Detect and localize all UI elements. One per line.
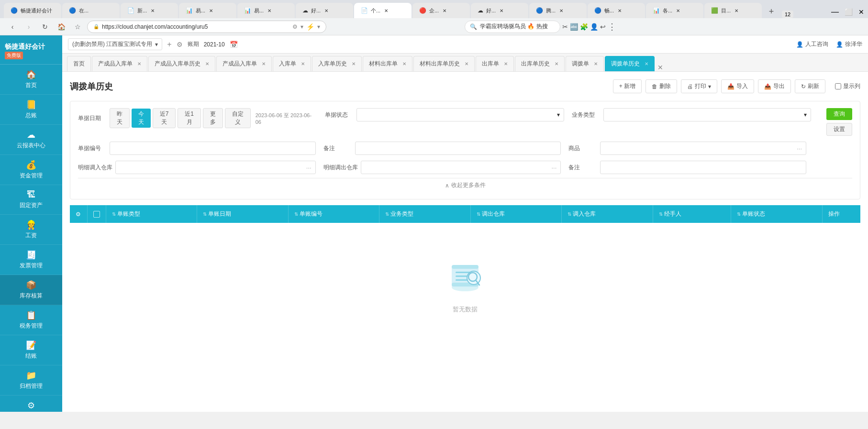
sidebar-item-inventory[interactable]: 📦 库存核算 xyxy=(0,275,62,305)
tab-close-product-inbound[interactable]: ✕ xyxy=(137,61,141,66)
date-7days-btn[interactable]: 近7天 xyxy=(153,108,176,128)
th-doc-no[interactable]: ⇅ 单账编号 xyxy=(288,205,379,223)
detail-in-dots-icon[interactable]: ··· xyxy=(306,164,312,171)
profile-icon[interactable]: 👤 xyxy=(590,23,598,31)
back-button[interactable]: ‹ xyxy=(6,20,19,33)
date-yesterday-btn[interactable]: 昨天 xyxy=(110,108,130,128)
biztype-select[interactable]: ▾ xyxy=(603,108,811,121)
tab-home[interactable]: 首页 xyxy=(67,56,91,71)
goods-dots-icon[interactable]: ··· xyxy=(797,145,802,152)
bookmark-button[interactable]: ☆ xyxy=(71,20,84,33)
browser-tab-12[interactable]: 📊 各... ✕ xyxy=(646,3,703,18)
date-custom-btn[interactable]: 自定义 xyxy=(225,108,251,128)
search-text[interactable]: 学霸应聘场驱鸟员 🔥 热搜 xyxy=(480,22,548,31)
browser-tab-11[interactable]: 🔵 畅... ✕ xyxy=(588,3,645,18)
browser-tab-2[interactable]: 🔵 在... xyxy=(62,3,120,18)
browser-tab-1[interactable]: 🔵 畅捷通好会计 xyxy=(4,3,61,18)
tab-material-outbound[interactable]: 材料出库单 ✕ xyxy=(363,56,412,71)
nav-dropdown-icon[interactable]: ▾ xyxy=(317,23,320,30)
dropdown-icon[interactable]: ▾ xyxy=(300,23,303,30)
th-doc-type[interactable]: ⇅ 单账类型 xyxy=(106,205,197,223)
new-tab-button[interactable]: + xyxy=(765,5,778,18)
sidebar-item-cloud-report[interactable]: ☁ 云报表中心 xyxy=(0,125,62,155)
maximize-icon[interactable]: ⬜ xyxy=(845,8,853,16)
close-all-icon[interactable]: ✕ xyxy=(657,64,663,71)
sidebar-item-close-account[interactable]: 📝 结账 xyxy=(0,335,62,365)
tab-close-material-outbound[interactable]: ✕ xyxy=(402,61,406,66)
tab-transfer[interactable]: 调拨单 ✕ xyxy=(566,56,604,71)
history-back-icon[interactable]: ↩ xyxy=(600,23,606,31)
date-more-btn[interactable]: 更多 xyxy=(203,108,223,128)
more-icon[interactable]: ⋮ xyxy=(608,22,616,32)
tab-product-inbound[interactable]: 产成品入库单 ✕ xyxy=(92,56,147,71)
tab-product-inbound-2[interactable]: 产成品入库单 ✕ xyxy=(216,56,272,71)
print-button[interactable]: 🖨 打印 ▾ xyxy=(681,79,717,93)
date-1month-btn[interactable]: 近1月 xyxy=(178,108,201,128)
address-text[interactable]: https://cloud.chanjet.com/accounting/uru… xyxy=(102,23,289,30)
new-button[interactable]: + 新增 xyxy=(613,79,642,93)
customer-service-button[interactable]: 👤 人工咨询 xyxy=(796,40,828,48)
period-value[interactable]: 2021-10 xyxy=(204,41,225,48)
refresh-button[interactable]: ↻ xyxy=(38,20,52,33)
import-button[interactable]: 📥 导入 xyxy=(721,79,754,93)
tab-inbound[interactable]: 入库单 ✕ xyxy=(273,56,311,71)
minimize-icon[interactable]: — xyxy=(831,8,839,16)
browser-tab-10[interactable]: 🔵 腾... ✕ xyxy=(529,3,587,18)
voucher-no-input[interactable] xyxy=(110,142,316,155)
browser-tab-3[interactable]: 📄 新... ✕ xyxy=(121,3,178,18)
sidebar-item-archive[interactable]: 📁 归档管理 xyxy=(0,365,62,396)
th-out-warehouse[interactable]: ⇅ 调出仓库 xyxy=(470,205,562,223)
tab-inbound-history[interactable]: 入库单历史 ✕ xyxy=(312,56,362,71)
company-settings-icon[interactable]: ⚙ xyxy=(177,41,183,48)
tab-material-outbound-history[interactable]: 材料出库单历史 ✕ xyxy=(413,56,475,71)
sidebar-item-fixed-assets[interactable]: 🏗 固定资产 xyxy=(0,185,62,215)
browser-tab-9[interactable]: ☁ 好... ✕ xyxy=(471,3,528,18)
browser-tab-7[interactable]: 📄 个... ✕ xyxy=(354,3,412,18)
tab-close-outbound[interactable]: ✕ xyxy=(504,61,508,66)
translate-icon[interactable]: 🔤 xyxy=(570,23,578,31)
sidebar-item-home[interactable]: 🏠 首页 xyxy=(0,65,62,95)
browser-tab-4[interactable]: 📊 易... ✕ xyxy=(179,3,236,18)
tab-close-material-outbound-history[interactable]: ✕ xyxy=(465,61,468,66)
tab-close-product-inbound-history[interactable]: ✕ xyxy=(205,61,209,66)
tab-transfer-history[interactable]: 调拨单历史 ✕ xyxy=(605,56,655,71)
th-checkbox[interactable] xyxy=(87,205,106,223)
sidebar-item-settings[interactable]: ⚙ 基础设置 xyxy=(0,396,62,412)
gear-icon[interactable]: ⚙ xyxy=(76,211,81,218)
export-button[interactable]: 📤 导出 xyxy=(758,79,791,93)
th-doc-date[interactable]: ⇅ 单账日期 xyxy=(197,205,289,223)
tab-outbound[interactable]: 出库单 ✕ xyxy=(476,56,514,71)
query-button[interactable]: 查询 xyxy=(826,108,852,120)
sidebar-item-ledger[interactable]: 📒 总账 xyxy=(0,95,62,125)
status-select[interactable]: ▾ xyxy=(356,108,564,121)
calendar-icon[interactable]: 📅 xyxy=(230,41,238,48)
scissors-icon[interactable]: ✂ xyxy=(562,23,568,31)
tab-close-outbound-history[interactable]: ✕ xyxy=(555,61,558,66)
tab-close-transfer-history[interactable]: ✕ xyxy=(645,61,648,66)
forward-button[interactable]: › xyxy=(22,20,35,33)
th-biz-type[interactable]: ⇅ 业务类型 xyxy=(379,205,471,223)
tab-close-transfer[interactable]: ✕ xyxy=(594,61,598,66)
sidebar-item-invoice[interactable]: 🧾 发票管理 xyxy=(0,245,62,275)
close-icon[interactable]: ✕ xyxy=(858,8,864,16)
extension-icon[interactable]: 🧩 xyxy=(580,23,588,31)
detail-out-dots-icon[interactable]: ··· xyxy=(552,164,557,171)
tab-close-product-inbound-2[interactable]: ✕ xyxy=(262,61,266,66)
tab-close-inbound[interactable]: ✕ xyxy=(301,61,305,66)
home-button[interactable]: 🏠 xyxy=(55,20,68,33)
date-today-btn[interactable]: 今天 xyxy=(132,109,151,128)
th-gear[interactable]: ⚙ xyxy=(70,205,87,223)
browser-tab-13[interactable]: 🟩 目... ✕ xyxy=(704,3,762,18)
th-doc-status[interactable]: ⇅ 单账状态 xyxy=(731,205,822,223)
tab-outbound-history[interactable]: 出库单历史 ✕ xyxy=(515,56,565,71)
select-all-checkbox[interactable] xyxy=(93,211,100,218)
browser-tab-5[interactable]: 📊 易... ✕ xyxy=(237,3,295,18)
remark-input[interactable] xyxy=(355,142,561,155)
browser-tab-6[interactable]: ☁ 好... ✕ xyxy=(296,3,353,18)
user-profile-button[interactable]: 👤 徐泽华 xyxy=(836,40,862,48)
delete-button[interactable]: 🗑 删除 xyxy=(645,79,677,93)
th-in-warehouse[interactable]: ⇅ 调入仓库 xyxy=(562,205,653,223)
sidebar-item-finance[interactable]: 💰 资金管理 xyxy=(0,155,62,185)
show-columns-checkbox[interactable] xyxy=(835,83,841,89)
company-selector[interactable]: (勿删勿禁用) 江西服宝测试专用 ▾ xyxy=(68,38,162,50)
